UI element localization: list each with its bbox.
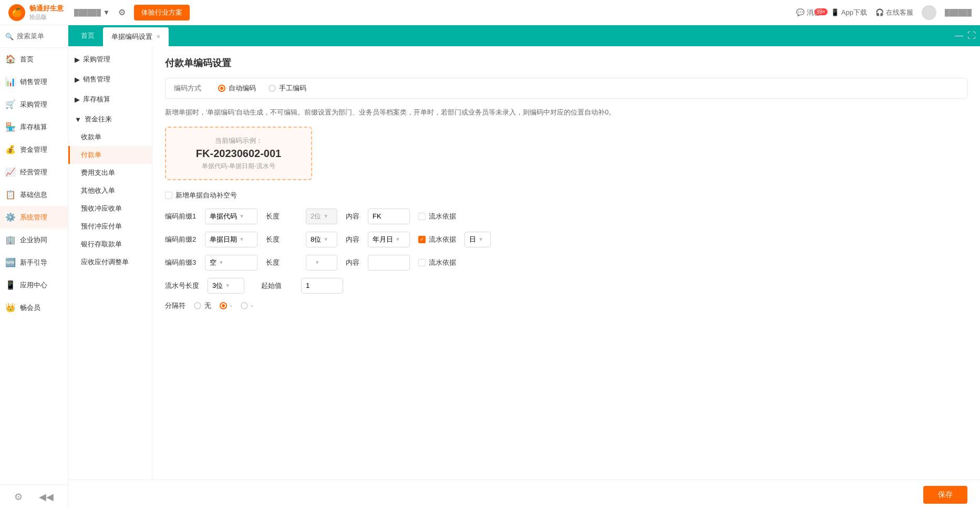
search-menu[interactable]: 🔍 搜索菜单 — [0, 25, 68, 48]
prefix3-select[interactable]: 空 ▼ — [205, 255, 257, 271]
left-nav-advance-offset[interactable]: 预付冲应付单 — [68, 217, 152, 235]
operations-icon: 📈 — [5, 167, 16, 177]
prefix2-label: 编码前缀2 — [165, 235, 197, 244]
sidebar-bottom: ⚙ ◀◀ — [0, 484, 68, 509]
left-nav-prepayment-offset[interactable]: 预收冲应收单 — [68, 200, 152, 217]
sidebar-item-sales[interactable]: 📊 销售管理 — [0, 70, 68, 93]
tab-encoding-settings[interactable]: 单据编码设置 × — [103, 27, 169, 46]
current-company: ██████ — [74, 9, 101, 16]
manual-encode-radio-icon — [269, 85, 276, 92]
prefix3-content-value — [368, 255, 410, 271]
guide-icon: 🆕 — [5, 257, 16, 267]
collapse-icon[interactable]: ◀◀ — [39, 491, 54, 503]
tab-close-icon[interactable]: × — [157, 33, 160, 40]
left-nav-capital-header[interactable]: ▼ 资金往来 — [68, 110, 152, 128]
start-value-input[interactable]: 1 — [301, 278, 343, 294]
sidebar-item-member[interactable]: 👑 畅会员 — [0, 296, 68, 319]
sidebar-item-enterprise[interactable]: 🏢 企业协同 — [0, 228, 68, 251]
left-nav-inventory-header[interactable]: ▶ 库存核算 — [68, 90, 152, 108]
prefix3-chevron-icon: ▼ — [219, 259, 224, 265]
tab-maximize-icon[interactable]: ⛶ — [967, 31, 976, 40]
sep-dot-radio[interactable]: · — [220, 302, 232, 309]
prefix3-label: 编码前缀3 — [165, 258, 197, 267]
page-title: 付款单编码设置 — [165, 57, 967, 69]
prefix2-select[interactable]: 单据日期 ▼ — [205, 232, 257, 247]
tab-bar: 首页 单据编码设置 × — ⛶ — [68, 25, 980, 46]
separator-row: 分隔符 无 · · — [165, 301, 967, 310]
settings-icon[interactable]: ⚙ — [116, 5, 128, 19]
serial-length-select[interactable]: 3位 ▼ — [208, 278, 244, 294]
sidebar: 🔍 搜索菜单 🏠 首页 📊 销售管理 🛒 采购管理 🏪 库存核算 💰 资金管理 … — [0, 25, 68, 509]
sidebar-item-finance[interactable]: 💰 资金管理 — [0, 138, 68, 161]
app-download-button[interactable]: 📱 App下载 — [831, 8, 867, 17]
page-content: ▶ 采购管理 ▶ 销售管理 ▶ 库存核算 — [68, 46, 980, 480]
left-nav-purchase-header[interactable]: ▶ 采购管理 — [68, 50, 152, 68]
online-service-button[interactable]: 🎧 在线客服 — [875, 8, 913, 17]
purchase-icon: 🛒 — [5, 99, 16, 109]
message-button[interactable]: 💬 消息 99+ — [796, 8, 822, 17]
prefix2-content-label: 内容 — [346, 235, 359, 244]
user-avatar[interactable] — [922, 5, 936, 20]
trial-button[interactable]: 体验行业方案 — [134, 5, 190, 20]
left-nav-expense[interactable]: 费用支出单 — [68, 164, 152, 182]
prefix3-serial-checkbox[interactable]: 流水依据 — [418, 258, 456, 267]
prefix2-period-select[interactable]: 日 ▼ — [465, 232, 491, 247]
left-nav-receipt[interactable]: 收款单 — [68, 128, 152, 146]
enterprise-icon: 🏢 — [5, 235, 16, 245]
left-nav-bank[interactable]: 银行存取款单 — [68, 235, 152, 253]
download-icon: 📱 — [831, 8, 839, 16]
sep-dash-radio-icon — [241, 302, 248, 309]
content-area: 首页 单据编码设置 × — ⛶ ▶ 采购管理 — [68, 25, 980, 509]
sep-dash-radio[interactable]: · — [241, 302, 253, 309]
message-icon: 💬 — [796, 8, 804, 16]
preview-code: FK-20230602-001 — [179, 148, 298, 160]
prefix1-length-label: 长度 — [266, 212, 297, 221]
save-button[interactable]: 保存 — [923, 486, 967, 504]
prefix1-content-value: FK — [368, 209, 410, 224]
settings-bottom-icon[interactable]: ⚙ — [14, 491, 23, 503]
prefix2-content-select[interactable]: 年月日 ▼ — [368, 232, 410, 247]
sep-none-radio[interactable]: 无 — [194, 301, 211, 310]
sidebar-item-system[interactable]: ⚙️ 系统管理 — [0, 206, 68, 228]
info-text: 新增单据时，'单据编码'自动生成，不可编辑。前缀设置为部门、业务员等档案类，开单… — [165, 107, 967, 118]
top-bar-right: 💬 消息 99+ 📱 App下载 🎧 在线客服 ██████ — [796, 5, 972, 20]
sidebar-item-operations[interactable]: 📈 经营管理 — [0, 161, 68, 183]
left-nav-group-capital: ▼ 资金往来 收款单 付款单 费用支出单 其他收入单 预收冲应收单 预付冲应付单… — [68, 110, 152, 271]
prefix3-length-select[interactable]: ▼ — [306, 255, 337, 271]
sidebar-item-home[interactable]: 🏠 首页 — [0, 48, 68, 70]
manual-encode-radio[interactable]: 手工编码 — [269, 84, 306, 93]
prefix2-chevron-icon: ▼ — [239, 236, 244, 242]
tab-minimize-icon[interactable]: — — [955, 31, 963, 40]
sidebar-item-guide[interactable]: 🆕 新手引导 — [0, 251, 68, 274]
auto-encode-radio[interactable]: 自动编码 — [218, 84, 256, 93]
brand: 🍊 畅通好生意 拾品版 — [8, 4, 64, 21]
prefix1-select[interactable]: 单据代码 ▼ — [205, 209, 257, 224]
left-nav-sales-header[interactable]: ▶ 销售管理 — [68, 70, 152, 88]
left-nav-group-inventory: ▶ 库存核算 — [68, 90, 152, 108]
sales-icon: 📊 — [5, 77, 16, 87]
left-nav-payment[interactable]: 付款单 — [68, 146, 152, 164]
sales-expand-icon: ▶ — [75, 76, 80, 84]
system-icon: ⚙️ — [5, 212, 16, 222]
auto-fill-checkbox[interactable] — [165, 192, 172, 199]
nav-dropdown[interactable]: ██████ ▼ — [70, 6, 114, 18]
top-bar: 🍊 畅通好生意 拾品版 ██████ ▼ ⚙ 体验行业方案 💬 消息 99+ 📱… — [0, 0, 980, 25]
prefix-row-2: 编码前缀2 单据日期 ▼ 长度 8位 ▼ 内容 年月日 ▼ — [165, 232, 967, 247]
sidebar-item-inventory[interactable]: 🏪 库存核算 — [0, 116, 68, 138]
sidebar-item-purchase[interactable]: 🛒 采购管理 — [0, 93, 68, 116]
prefix2-serial-checkbox[interactable]: ✓ 流水依据 — [418, 235, 456, 244]
sidebar-item-apps[interactable]: 📱 应用中心 — [0, 274, 68, 296]
inventory-icon: 🏪 — [5, 122, 16, 132]
sidebar-item-basic[interactable]: 📋 基础信息 — [0, 183, 68, 206]
tab-home[interactable]: 首页 — [73, 25, 103, 46]
left-nav-other-income[interactable]: 其他收入单 — [68, 182, 152, 200]
left-nav-group-purchase: ▶ 采购管理 — [68, 50, 152, 68]
prefix-row-1: 编码前缀1 单据代码 ▼ 长度 2位 ▼ 内容 FK — [165, 209, 967, 224]
left-nav-ap-adjust[interactable]: 应收应付调整单 — [68, 253, 152, 271]
prefix1-label: 编码前缀1 — [165, 212, 197, 221]
encoding-method-label: 编码方式 — [174, 84, 201, 93]
prefix2-length-select[interactable]: 8位 ▼ — [306, 232, 337, 247]
prefix1-serial-checkbox[interactable]: 流水依据 — [418, 212, 456, 221]
prefix1-length-select: 2位 ▼ — [306, 209, 337, 224]
home-icon: 🏠 — [5, 54, 16, 64]
